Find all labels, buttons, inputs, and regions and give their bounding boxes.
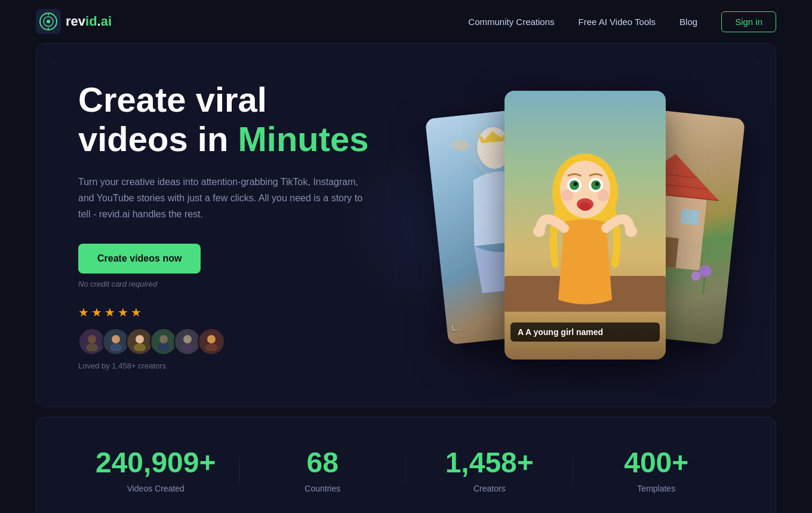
- svg-point-10: [136, 335, 144, 343]
- avatar-face-5: [178, 332, 197, 351]
- hero-section: Create viral videos in Minutes Turn your…: [36, 43, 776, 407]
- svg-point-30: [561, 189, 573, 201]
- logo-icon: [36, 9, 61, 34]
- stats-section: 240,909+ Videos Created 68 Countries 1,4…: [36, 417, 776, 513]
- svg-point-26: [574, 182, 577, 186]
- stat-templates-label: Templates: [573, 484, 740, 493]
- avatar-face-3: [130, 332, 149, 351]
- nav-free-ai-video-tools[interactable]: Free AI Video Tools: [579, 17, 656, 27]
- stat-creators-number: 1,458+: [406, 447, 573, 479]
- hero-description: Turn your creative ideas into attention-…: [78, 174, 365, 223]
- stat-templates: 400+ Templates: [573, 447, 740, 493]
- star-4: ★: [118, 305, 128, 320]
- nav-links: Community Creations Free AI Video Tools …: [468, 11, 776, 32]
- loved-by-text: Loved by 1,458+ creators: [78, 361, 413, 370]
- subtitle-text-young: A young girl named: [525, 327, 603, 337]
- svg-point-31: [597, 189, 609, 201]
- svg-point-15: [182, 343, 193, 351]
- star-1: ★: [78, 305, 89, 320]
- avatar-face-1: [82, 332, 102, 351]
- stat-countries-label: Countries: [239, 484, 407, 493]
- subtitle-text-a: A: [518, 327, 525, 337]
- center-card-subtitle: A A young girl named: [510, 322, 660, 342]
- stat-templates-number: 400+: [573, 447, 740, 479]
- star-2: ★: [91, 305, 102, 320]
- svg-rect-40: [680, 208, 699, 225]
- stat-countries-number: 68: [239, 447, 407, 479]
- avatar-face-4: [154, 332, 173, 351]
- hero-title: Create viral videos in Minutes: [78, 80, 413, 159]
- nav-community-creations[interactable]: Community Creations: [468, 17, 554, 27]
- hero-content: Create viral videos in Minutes Turn your…: [78, 80, 413, 371]
- avatar-face-2: [106, 332, 125, 351]
- svg-point-3: [47, 20, 50, 23]
- logo[interactable]: revid.ai: [36, 9, 112, 34]
- svg-point-7: [86, 343, 98, 351]
- no-card-text: No credit card required: [78, 279, 413, 288]
- sign-in-button[interactable]: Sign in: [721, 11, 776, 32]
- svg-point-9: [110, 343, 122, 351]
- video-card-center: A A young girl named: [505, 91, 666, 360]
- avatar-6: [198, 328, 225, 355]
- avatar-face-6: [202, 332, 221, 351]
- svg-point-11: [134, 343, 146, 351]
- nav-blog[interactable]: Blog: [679, 17, 697, 27]
- navbar: revid.ai Community Creations Free AI Vid…: [0, 0, 812, 43]
- star-5: ★: [131, 305, 142, 320]
- svg-point-17: [205, 343, 217, 351]
- stat-videos-created: 240,909+ Videos Created: [72, 447, 239, 493]
- svg-line-45: [703, 277, 705, 295]
- star-rating: ★ ★ ★ ★ ★: [78, 305, 413, 320]
- svg-point-13: [158, 343, 170, 351]
- stat-videos-number: 240,909+: [72, 447, 239, 479]
- stat-countries: 68 Countries: [239, 447, 407, 493]
- svg-point-12: [159, 335, 168, 343]
- stat-creators-label: Creators: [406, 484, 573, 493]
- stat-videos-label: Videos Created: [72, 484, 239, 493]
- star-3: ★: [104, 305, 115, 320]
- svg-point-33: [625, 225, 637, 237]
- svg-point-14: [183, 335, 192, 343]
- cartoon-girl-illustration: [531, 145, 639, 324]
- svg-point-6: [88, 335, 96, 343]
- avatar-group: [78, 328, 413, 355]
- stat-creators: 1,458+ Creators: [406, 447, 573, 493]
- svg-point-32: [533, 225, 545, 237]
- hero-visuals: L...: [436, 82, 734, 368]
- svg-point-8: [112, 335, 120, 343]
- svg-point-43: [691, 271, 702, 282]
- create-videos-button[interactable]: Create videos now: [78, 244, 201, 274]
- svg-point-42: [699, 265, 712, 278]
- svg-point-27: [595, 182, 599, 186]
- svg-point-29: [579, 202, 591, 211]
- svg-point-16: [207, 335, 216, 343]
